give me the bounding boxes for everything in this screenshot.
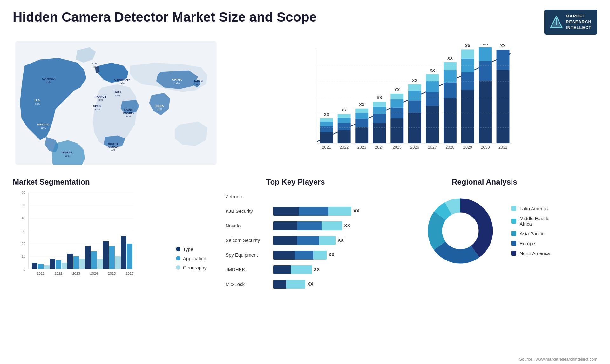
svg-rect-73 — [426, 74, 439, 81]
svg-rect-72 — [426, 81, 439, 92]
svg-text:2023: 2023 — [72, 272, 80, 275]
svg-rect-57 — [373, 106, 386, 113]
svg-text:XX: XX — [359, 102, 364, 107]
svg-text:2026: 2026 — [410, 145, 419, 150]
legend-dot-geography — [176, 265, 180, 270]
svg-rect-77 — [444, 70, 457, 82]
logo-icon — [550, 16, 563, 28]
svg-text:2024: 2024 — [375, 145, 384, 150]
player-row-spy: Spy Equipment XX — [226, 251, 365, 260]
player-bar-spy: XX — [273, 251, 365, 260]
svg-rect-89 — [497, 70, 510, 143]
svg-rect-41 — [320, 126, 333, 132]
player-name-zetronix: Zetronix — [226, 194, 270, 199]
player-val-noyafa: XX — [344, 223, 350, 228]
reg-dot-na — [511, 251, 516, 256]
player-val-kjb: XX — [353, 208, 359, 213]
svg-rect-90 — [497, 50, 510, 70]
player-row-miclock: Mic-Lock XX — [226, 280, 365, 289]
player-val-spy: XX — [329, 252, 335, 257]
svg-rect-45 — [338, 130, 351, 143]
svg-text:2031: 2031 — [498, 145, 507, 150]
logo-text: MARKET RESEARCH INTELLECT — [566, 13, 592, 31]
svg-text:U.K.: U.K. — [92, 62, 98, 65]
svg-rect-132 — [67, 254, 73, 269]
player-name-selcom: Selcom Security — [226, 238, 270, 243]
segmentation-chart-svg: 0 10 20 30 40 50 60 — [13, 190, 133, 285]
svg-text:AFRICA: AFRICA — [108, 145, 119, 148]
svg-rect-42 — [320, 121, 333, 126]
player-row-noyafa: Noyafa XX — [226, 221, 365, 230]
world-map-svg: CANADA xx% U.S. xx% MEXICO xx% BRAZIL xx… — [13, 41, 219, 165]
legend-label-application: Application — [183, 256, 206, 261]
svg-rect-133 — [73, 256, 79, 269]
svg-rect-55 — [373, 123, 386, 143]
svg-text:XX: XX — [412, 78, 417, 83]
player-bar-selcom: XX — [273, 236, 365, 245]
svg-point-153 — [443, 213, 478, 249]
world-map-section: CANADA xx% U.S. xx% MEXICO xx% BRAZIL xx… — [6, 38, 216, 174]
svg-text:xx%: xx% — [65, 154, 70, 157]
header: Hidden Camera Detector Market Size and S… — [0, 0, 610, 38]
legend-item-geography: Geography — [176, 265, 207, 270]
legend-label-geography: Geography — [183, 265, 207, 270]
svg-text:xx%: xx% — [111, 149, 115, 152]
reg-label-na: North America — [519, 251, 550, 256]
svg-text:40: 40 — [22, 216, 25, 220]
svg-text:BRAZIL: BRAZIL — [62, 150, 73, 154]
svg-text:2029: 2029 — [463, 145, 472, 150]
player-row-jmdhkk: JMDHKK XX — [226, 265, 365, 274]
reg-dot-europe — [511, 241, 516, 246]
player-bar-jmdhkk: XX — [273, 265, 365, 274]
svg-rect-136 — [85, 246, 91, 269]
svg-text:xx%: xx% — [196, 83, 200, 86]
svg-text:xx%: xx% — [126, 114, 131, 117]
svg-text:xx%: xx% — [98, 98, 103, 101]
svg-text:2025: 2025 — [393, 145, 402, 150]
svg-text:XX: XX — [377, 96, 382, 100]
svg-text:ARGENTINA: ARGENTINA — [55, 164, 73, 165]
svg-text:xx%: xx% — [46, 80, 51, 84]
svg-text:2023: 2023 — [357, 145, 366, 150]
svg-text:2026: 2026 — [126, 272, 133, 275]
svg-text:ARABIA: ARABIA — [123, 111, 134, 114]
reg-legend-mea: Middle East &Africa — [511, 216, 550, 226]
svg-text:XX: XX — [342, 108, 347, 112]
svg-rect-138 — [97, 259, 103, 269]
svg-rect-141 — [109, 246, 115, 269]
svg-rect-71 — [426, 92, 439, 106]
svg-text:xx%: xx% — [174, 81, 180, 84]
svg-rect-62 — [390, 99, 403, 107]
svg-rect-65 — [408, 113, 421, 143]
svg-rect-140 — [103, 241, 109, 269]
svg-rect-68 — [408, 84, 421, 90]
svg-rect-126 — [44, 265, 50, 269]
regional-legend: Latin America Middle East &Africa Asia P… — [511, 206, 550, 256]
donut-chart-svg — [419, 190, 502, 272]
svg-rect-63 — [390, 93, 403, 99]
player-name-noyafa: Noyafa — [226, 223, 270, 228]
legend-item-type: Type — [176, 246, 207, 252]
svg-text:60: 60 — [22, 191, 25, 194]
svg-rect-129 — [56, 260, 61, 269]
player-row-selcom: Selcom Security XX — [226, 236, 365, 245]
reg-legend-latin: Latin America — [511, 206, 550, 211]
reg-label-europe: Europe — [519, 241, 535, 246]
player-name-jmdhkk: JMDHKK — [226, 267, 270, 272]
svg-rect-86 — [479, 61, 492, 80]
svg-rect-137 — [91, 251, 97, 269]
reg-legend-na: North America — [511, 251, 550, 256]
regional-section: Regional Analysis — [375, 174, 604, 298]
svg-rect-78 — [444, 62, 457, 70]
svg-text:xx%: xx% — [41, 126, 46, 129]
svg-text:xx%: xx% — [115, 94, 120, 97]
svg-rect-142 — [115, 256, 121, 269]
svg-text:0: 0 — [24, 267, 25, 271]
svg-text:U.S.: U.S. — [35, 98, 41, 102]
svg-text:CANADA: CANADA — [42, 77, 55, 80]
player-name-spy: Spy Equipment — [226, 252, 270, 258]
svg-text:XX: XX — [324, 112, 329, 117]
world-map-container: CANADA xx% U.S. xx% MEXICO xx% BRAZIL xx… — [13, 41, 210, 162]
svg-text:xx%: xx% — [93, 65, 98, 68]
svg-rect-48 — [338, 114, 351, 118]
